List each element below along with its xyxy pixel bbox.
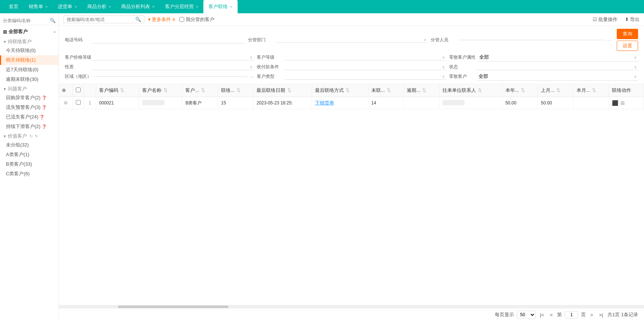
nav-sales[interactable]: 销售单 × bbox=[24, 0, 53, 13]
nav-customer-contact[interactable]: 客户联络 × bbox=[203, 0, 237, 13]
action-icon-1[interactable]: ⬛ bbox=[612, 100, 618, 106]
close-icon[interactable]: × bbox=[230, 4, 232, 9]
sidebar-item-b-class[interactable]: B类客户(33) bbox=[0, 159, 59, 169]
pending-group-label: ▼ 待联络客户 bbox=[0, 37, 59, 46]
filter-icon: ▾ bbox=[148, 17, 151, 22]
set-button[interactable]: 设置 bbox=[617, 41, 638, 51]
contacts-col-header[interactable]: 联络... ⇅ bbox=[218, 84, 253, 97]
this-year-col-header[interactable]: 本年... ⇅ bbox=[502, 84, 538, 97]
checkbox-cell[interactable] bbox=[73, 97, 84, 109]
sidebar-search-area: 🔍 bbox=[0, 16, 59, 25]
chevron-down-icon: ∨ bbox=[250, 65, 252, 69]
page-size-select[interactable]: 50 100 200 bbox=[517, 311, 536, 319]
nav-product-analysis[interactable]: 商品分析 × bbox=[82, 0, 116, 13]
chevron-down-icon: ∨ bbox=[250, 55, 252, 59]
sidebar-item-c-class[interactable]: C类客户(6) bbox=[0, 169, 59, 179]
help-icon[interactable]: ❓ bbox=[39, 115, 45, 120]
status-select[interactable]: ∨ bbox=[477, 64, 638, 70]
scroll-track[interactable] bbox=[59, 305, 644, 308]
search-input[interactable] bbox=[67, 17, 135, 22]
unit-contact-col-header[interactable]: 往来单位联系人 ⇅ bbox=[439, 84, 502, 97]
last-contact-method-cell[interactable]: 下销货单 bbox=[312, 97, 368, 109]
name-col-header[interactable]: 客户名称 ⇅ bbox=[139, 84, 182, 97]
all-customers-header[interactable]: ⊞ 全部客户 « bbox=[0, 27, 59, 37]
sidebar-item-churn-warning[interactable]: 流失预警客户(3) ❓ bbox=[0, 103, 59, 112]
payment-select[interactable]: ∨ bbox=[285, 64, 446, 70]
export-btn[interactable]: ⬆ 导出 bbox=[625, 16, 640, 23]
search-icon[interactable]: 🔍 bbox=[135, 17, 141, 22]
action-icon-2[interactable]: ⊞ bbox=[620, 100, 625, 106]
sidebar-item-a-class[interactable]: A类客户(1) bbox=[0, 150, 59, 159]
overdue-col-header[interactable]: 逾期... ⇅ bbox=[404, 84, 439, 97]
price-level-select[interactable]: ∨ bbox=[94, 55, 254, 61]
sidebar-item-repurchase-abnormal[interactable]: 回购异常客户(2) ❓ bbox=[0, 93, 59, 103]
filter-row-1: 电话号码 分管部门 ∨ 分管人员 ··· 查询 设置 bbox=[65, 29, 638, 51]
last-contact-date-col-header[interactable]: 最后联络日期 ⇅ bbox=[253, 84, 312, 97]
customer-level-select[interactable]: ∨ bbox=[285, 55, 446, 61]
gender-select[interactable]: ∨ bbox=[93, 64, 254, 70]
filter-phone: 电话号码 bbox=[65, 37, 245, 44]
sidebar-item-declining[interactable]: 持续下滑客户(2) ❓ bbox=[0, 122, 59, 131]
this-month-col-header[interactable]: 本月... ⇅ bbox=[573, 84, 609, 97]
phone-input[interactable] bbox=[93, 37, 245, 44]
more-icon[interactable]: ··· bbox=[607, 37, 611, 43]
first-page-btn[interactable]: |< bbox=[539, 311, 546, 318]
close-icon[interactable]: × bbox=[152, 4, 154, 9]
last-month-col-header[interactable]: 上月... ⇅ bbox=[538, 84, 573, 97]
help-icon[interactable]: ❓ bbox=[42, 96, 47, 100]
nav-home[interactable]: 首页 bbox=[4, 0, 24, 13]
sidebar-search-icon[interactable]: 🔍 bbox=[50, 18, 56, 23]
filter-price-level: 客户价格等级 ∨ bbox=[65, 54, 254, 61]
my-customers-check[interactable] bbox=[179, 17, 184, 22]
filter-row-4: 区域（地区） ··· 客户类型 ∨ 零散客户 全部 ∨ bbox=[65, 72, 638, 81]
nav-purchase[interactable]: 进货单 × bbox=[53, 0, 82, 13]
nav-customer-tier[interactable]: 客户分层经营 × bbox=[160, 0, 203, 13]
filter-panel: 电话号码 分管部门 ∨ 分管人员 ··· 查询 设置 bbox=[59, 26, 644, 84]
retail-customer-select[interactable]: 全部 ∨ bbox=[477, 72, 638, 81]
last-month-cell: 50.00 bbox=[538, 97, 573, 109]
sidebar-item-overdue-pending[interactable]: 逾期未联络(30) bbox=[0, 75, 59, 84]
value-group-label: ▼ 价值客户 ↻ ✎ bbox=[0, 131, 59, 140]
refresh-icon[interactable]: ↻ bbox=[29, 134, 33, 139]
sidebar-item-today-pending[interactable]: 今天待联络(0) bbox=[0, 46, 59, 55]
customer-type-select[interactable]: ∨ bbox=[285, 74, 446, 80]
close-icon[interactable]: × bbox=[45, 4, 48, 9]
prev-page-btn[interactable]: < bbox=[549, 311, 554, 318]
page-size-label: 每页显示 bbox=[495, 311, 514, 318]
batch-op-btn[interactable]: ☑ 批量操作 bbox=[593, 16, 617, 23]
content-area: 🔍 ▾ 更多条件 ∧ 我分管的客户 ☑ 批量操作 ⬆ 导出 bbox=[59, 13, 644, 321]
collapse-icon[interactable]: « bbox=[53, 30, 56, 34]
sidebar-item-churned[interactable]: 已流失客户(24) ❓ bbox=[0, 112, 59, 122]
dept-select[interactable]: ∨ bbox=[276, 37, 428, 43]
settings-cell[interactable]: ⚙ bbox=[59, 97, 73, 109]
last-contact-method-col-header[interactable]: 最后联络方式 ⇅ bbox=[312, 84, 368, 97]
close-icon[interactable]: × bbox=[196, 4, 198, 9]
edit-icon[interactable]: ✎ bbox=[35, 134, 38, 139]
settings-col-header[interactable]: ⚙ bbox=[59, 84, 73, 97]
sidebar-item-ungrouped[interactable]: 未分组(32) bbox=[0, 140, 59, 150]
page-input[interactable] bbox=[565, 311, 578, 318]
next-page-btn[interactable]: > bbox=[589, 311, 595, 318]
row-checkbox[interactable] bbox=[76, 100, 81, 105]
my-customers-checkbox[interactable]: 我分管的客户 bbox=[179, 16, 214, 23]
close-icon[interactable]: × bbox=[74, 4, 77, 9]
category-col-header[interactable]: 客户... ⇅ bbox=[182, 84, 218, 97]
checkbox-col-header[interactable] bbox=[73, 84, 84, 97]
sidebar-item-7day-pending[interactable]: 近7天待联络(0) bbox=[0, 65, 59, 75]
code-cell: 000021 bbox=[96, 97, 139, 109]
last-page-btn[interactable]: >| bbox=[598, 311, 605, 318]
query-button[interactable]: 查询 bbox=[617, 29, 638, 39]
select-all-checkbox[interactable] bbox=[76, 87, 81, 92]
uncontacted-col-header[interactable]: 未联... ⇅ bbox=[368, 84, 403, 97]
code-col-header[interactable]: 客户编码 ⇅ bbox=[96, 84, 139, 97]
arrow-icon: ▼ bbox=[3, 134, 7, 138]
more-icon[interactable]: ··· bbox=[250, 74, 254, 79]
nav-product-analysis-list[interactable]: 商品分析列表 × bbox=[116, 0, 160, 13]
help-icon[interactable]: ❓ bbox=[42, 105, 47, 110]
more-conditions-btn[interactable]: ▾ 更多条件 ∧ bbox=[148, 16, 176, 23]
retail-attr-select[interactable]: 全部 ∨ bbox=[478, 53, 638, 62]
close-icon[interactable]: × bbox=[109, 4, 111, 9]
help-icon[interactable]: ❓ bbox=[42, 124, 47, 129]
sidebar-search-input[interactable] bbox=[3, 18, 50, 23]
sidebar-item-tomorrow-pending[interactable]: 明天待联络(1) bbox=[0, 55, 59, 65]
